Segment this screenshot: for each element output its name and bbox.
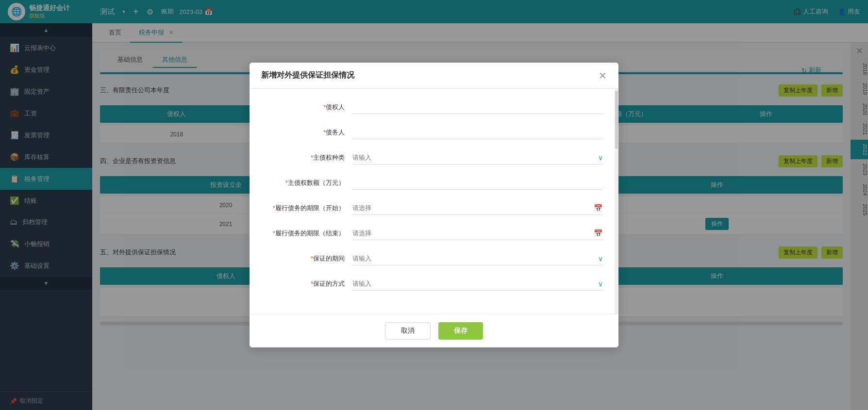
label-perform-start: *履行债务的期限（开始） xyxy=(265,204,352,213)
field-perform-end: *履行债务的期限（结束） 📅 xyxy=(265,227,603,240)
date-wrapper-start: 📅 xyxy=(352,201,603,215)
label-perform-end: *履行债务的期限（结束） xyxy=(265,229,352,238)
label-claim-amount: *主债权数额（万元） xyxy=(265,179,352,187)
calendar-start-icon[interactable]: 📅 xyxy=(594,204,603,213)
modal-body: *债权人 *债务人 *主债权种类 ∨ xyxy=(250,89,618,314)
required-star-8: * xyxy=(311,280,313,287)
select-wrapper-period: ∨ xyxy=(352,252,603,265)
field-debtor: *债务人 xyxy=(265,126,603,139)
required-star-3: * xyxy=(311,154,313,161)
required-star-6: * xyxy=(273,230,275,237)
cancel-button[interactable]: 取消 xyxy=(385,322,431,340)
calendar-end-icon[interactable]: 📅 xyxy=(594,229,603,238)
input-debtor[interactable] xyxy=(352,126,603,139)
dropdown-arrow-period[interactable]: ∨ xyxy=(598,255,603,262)
select-guarantee-method[interactable] xyxy=(352,277,598,290)
field-claim-type: *主债权种类 ∨ xyxy=(265,151,603,164)
label-claim-type: *主债权种类 xyxy=(265,153,352,162)
label-creditor: *债权人 xyxy=(265,103,352,112)
required-star: * xyxy=(323,103,326,111)
field-claim-amount: *主债权数额（万元） xyxy=(265,176,603,190)
required-star-2: * xyxy=(323,129,326,136)
select-claim-type[interactable] xyxy=(352,151,598,164)
input-claim-amount[interactable] xyxy=(352,176,603,190)
modal-title: 新增对外提供保证担保情况 xyxy=(261,70,354,81)
required-star-7: * xyxy=(311,255,313,262)
required-star-4: * xyxy=(285,179,288,186)
dropdown-arrow-claim-type[interactable]: ∨ xyxy=(598,154,603,162)
modal-scrollbar-thumb xyxy=(615,91,618,149)
modal-overlay: 新增对外提供保证担保情况 ✕ *债权人 *债务人 *主 xyxy=(0,0,868,410)
label-guarantee-method: *保证的方式 xyxy=(265,279,352,288)
date-wrapper-end: 📅 xyxy=(352,227,603,240)
label-guarantee-period: *保证的期间 xyxy=(265,254,352,263)
save-button[interactable]: 保存 xyxy=(438,322,483,340)
field-creditor: *债权人 xyxy=(265,100,603,114)
input-creditor[interactable] xyxy=(352,100,603,114)
date-input-end[interactable] xyxy=(352,227,594,240)
dropdown-arrow-method[interactable]: ∨ xyxy=(598,280,603,288)
select-wrapper-method: ∨ xyxy=(352,277,603,291)
field-perform-start: *履行债务的期限（开始） 📅 xyxy=(265,201,603,215)
modal-add-guarantee: 新增对外提供保证担保情况 ✕ *债权人 *债务人 *主 xyxy=(250,63,618,347)
date-input-start[interactable] xyxy=(352,201,594,214)
select-guarantee-period[interactable] xyxy=(352,252,598,265)
required-star-5: * xyxy=(273,204,275,212)
modal-header: 新增对外提供保证担保情况 ✕ xyxy=(250,63,618,89)
select-wrapper-claim-type: ∨ xyxy=(352,151,603,164)
modal-close-button[interactable]: ✕ xyxy=(599,71,607,81)
modal-footer: 取消 保存 xyxy=(250,314,618,347)
modal-scrollbar[interactable] xyxy=(615,89,618,314)
field-guarantee-method: *保证的方式 ∨ xyxy=(265,277,603,291)
label-debtor: *债务人 xyxy=(265,128,352,137)
field-guarantee-period: *保证的期间 ∨ xyxy=(265,252,603,265)
